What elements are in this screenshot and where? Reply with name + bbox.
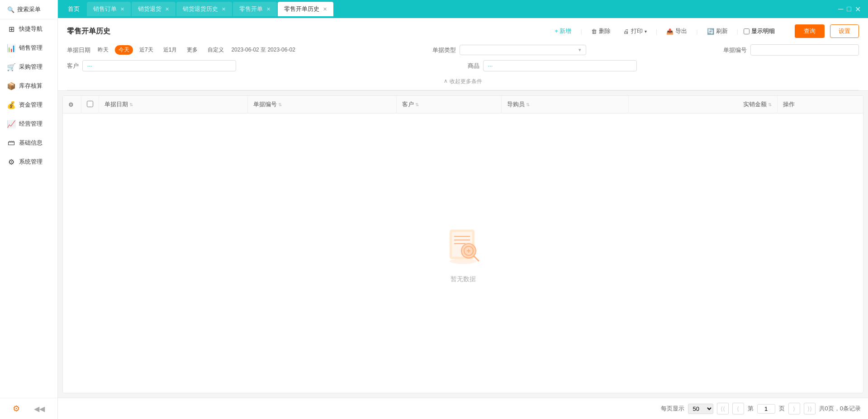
- tab-sales-order[interactable]: 销售订单✕: [87, 2, 131, 16]
- sidebar-item-base-info[interactable]: 🗃 基础信息: [0, 133, 57, 152]
- doc-type-dropdown-icon: ▾: [579, 47, 581, 53]
- query-button[interactable]: 查询: [795, 24, 825, 38]
- doc-no-label: 单据编号: [723, 46, 747, 54]
- display-detail-toggle[interactable]: 显示明细: [744, 27, 775, 35]
- print-icon: 🖨: [623, 28, 629, 35]
- svg-point-0: [450, 259, 477, 264]
- doc-no-filter: 单据编号: [723, 44, 859, 56]
- th-doc-no-sort-icon[interactable]: ⇅: [278, 102, 282, 107]
- th-checkbox: [81, 96, 99, 113]
- sidebar-label-finance: 资金管理: [19, 101, 43, 109]
- th-actions: 操作: [778, 96, 863, 113]
- per-page-label: 每页显示: [661, 405, 684, 413]
- display-detail-checkbox[interactable]: [744, 28, 749, 34]
- sidebar-search-button[interactable]: 🔍 搜索采单: [0, 0, 57, 19]
- column-settings-icon[interactable]: ⚙: [68, 101, 74, 108]
- minimize-icon[interactable]: ─: [838, 5, 843, 14]
- goods-filter: 商品 ···: [468, 60, 637, 71]
- tab-label-sales-order: 销售订单: [93, 5, 117, 13]
- sidebar-item-finance[interactable]: 💰 资金管理: [0, 95, 57, 114]
- per-page-select[interactable]: 50 10 20 100: [688, 404, 713, 414]
- tab-close-retail-history[interactable]: ✕: [323, 6, 327, 12]
- doc-no-input[interactable]: [750, 44, 859, 56]
- print-button[interactable]: 🖨 打印 ▾: [620, 25, 650, 37]
- tab-retail-open[interactable]: 零售开单✕: [233, 2, 277, 16]
- empty-icon: [441, 223, 486, 268]
- tab-close-retail-open[interactable]: ✕: [266, 6, 270, 12]
- doc-type-select[interactable]: ▾: [460, 45, 586, 55]
- sidebar-item-operations[interactable]: 📈 经营管理: [0, 114, 57, 133]
- settings-icon[interactable]: ⚙: [13, 404, 20, 414]
- print-dropdown-icon: ▾: [645, 29, 647, 34]
- th-date-label: 单据日期: [104, 100, 128, 108]
- goods-label: 商品: [468, 62, 479, 70]
- sidebar-icon-purchase-mgmt: 🛒: [7, 63, 15, 71]
- first-page-button[interactable]: ⟨⟨: [717, 403, 729, 414]
- tab-close-sales-order[interactable]: ✕: [120, 6, 124, 12]
- sidebar-item-purchase-mgmt[interactable]: 🛒 采购管理: [0, 57, 57, 76]
- maximize-icon[interactable]: □: [847, 5, 851, 14]
- th-amount-sort-icon[interactable]: ⇅: [768, 102, 772, 107]
- date-opt-自定义[interactable]: 自定义: [204, 45, 228, 55]
- th-customer: 客户 ⇅: [397, 96, 502, 113]
- select-all-checkbox[interactable]: [87, 101, 93, 107]
- collapse-icon[interactable]: ◀◀: [34, 405, 45, 413]
- date-opt-近1月[interactable]: 近1月: [160, 45, 181, 55]
- close-icon[interactable]: ✕: [855, 5, 861, 14]
- date-opt-更多[interactable]: 更多: [183, 45, 201, 55]
- pagination: 每页显示 50 10 20 100 ⟨⟨ ⟨ 第 页 ⟩ ⟩⟩ 共0页，0条记录: [58, 398, 868, 419]
- sidebar-label-sales-mgmt: 销售管理: [19, 44, 43, 52]
- page-label: 第: [748, 405, 754, 413]
- sidebar-label-operations: 经营管理: [19, 120, 43, 128]
- page-input[interactable]: [757, 404, 775, 414]
- sidebar-label-quick-nav: 快捷导航: [19, 25, 43, 33]
- sidebar-item-quick-nav[interactable]: ⊞ 快捷导航: [0, 19, 57, 38]
- sidebar-item-sys-mgmt[interactable]: ⚙ 系统管理: [0, 152, 57, 171]
- next-page-button[interactable]: ⟩: [788, 403, 800, 414]
- export-icon: 📤: [666, 28, 674, 35]
- th-settings: ⚙: [63, 96, 81, 113]
- th-salesperson-sort-icon[interactable]: ⇅: [526, 102, 530, 107]
- setting-button[interactable]: 设置: [830, 24, 859, 38]
- sidebar-item-sales-mgmt[interactable]: 📊 销售管理: [0, 38, 57, 57]
- customer-select[interactable]: ···: [82, 60, 236, 71]
- export-button[interactable]: 📤 导出: [663, 25, 691, 37]
- filter-area: 单据日期 昨天今天近7天近1月更多自定义 2023-06-02 至 2023-0…: [67, 44, 859, 90]
- sidebar-item-inventory[interactable]: 📦 库存核算: [0, 76, 57, 95]
- add-button[interactable]: + 新增: [551, 25, 575, 37]
- filter-row-1: 单据日期 昨天今天近7天近1月更多自定义 2023-06-02 至 2023-0…: [67, 44, 859, 56]
- date-opt-今天[interactable]: 今天: [115, 45, 133, 55]
- sidebar-label-sys-mgmt: 系统管理: [19, 158, 43, 166]
- collapse-icon: ∧: [444, 78, 448, 85]
- th-date-sort-icon[interactable]: ⇅: [129, 102, 133, 107]
- sidebar-label-base-info: 基础信息: [19, 139, 43, 147]
- delete-button[interactable]: 🗑 删除: [588, 25, 614, 37]
- tab-label-retail-history: 零售开单历史: [284, 5, 319, 13]
- th-salesperson-label: 导购员: [507, 100, 525, 108]
- tab-home[interactable]: 首页: [62, 2, 86, 16]
- refresh-button[interactable]: 🔄 刷新: [703, 25, 731, 37]
- tab-close-sales-return-history[interactable]: ✕: [222, 6, 226, 12]
- empty-text: 暂无数据: [451, 275, 476, 283]
- tab-retail-history[interactable]: 零售开单历史✕: [278, 2, 333, 16]
- last-page-button[interactable]: ⟩⟩: [804, 403, 816, 414]
- goods-ellipsis: ···: [488, 62, 493, 69]
- window-controls: ─ □ ✕: [838, 5, 864, 14]
- collapse-row[interactable]: ∧ 收起更多条件: [67, 76, 859, 86]
- th-customer-sort-icon[interactable]: ⇅: [415, 102, 419, 107]
- main-area: 首页销售订单✕销货退货✕销货退货历史✕零售开单✕零售开单历史✕ ─ □ ✕ 零售…: [58, 0, 868, 419]
- th-salesperson: 导购员 ⇅: [502, 96, 629, 113]
- date-opt-昨天[interactable]: 昨天: [94, 45, 112, 55]
- sidebar-icon-operations: 📈: [7, 120, 15, 128]
- sidebar-icon-quick-nav: ⊞: [7, 25, 15, 33]
- tab-label-sales-return: 销货退货: [138, 5, 161, 13]
- tab-sales-return[interactable]: 销货退货✕: [132, 2, 175, 16]
- sidebar-icon-sys-mgmt: ⚙: [7, 158, 15, 166]
- prev-page-button[interactable]: ⟨: [732, 403, 744, 414]
- tab-close-sales-return[interactable]: ✕: [165, 6, 169, 12]
- date-opt-近7天[interactable]: 近7天: [136, 45, 157, 55]
- tab-sales-return-history[interactable]: 销货退货历史✕: [176, 2, 232, 16]
- sidebar-icon-finance: 💰: [7, 101, 15, 109]
- goods-select[interactable]: ···: [483, 60, 637, 71]
- total-text: 共0页，0条记录: [819, 405, 861, 413]
